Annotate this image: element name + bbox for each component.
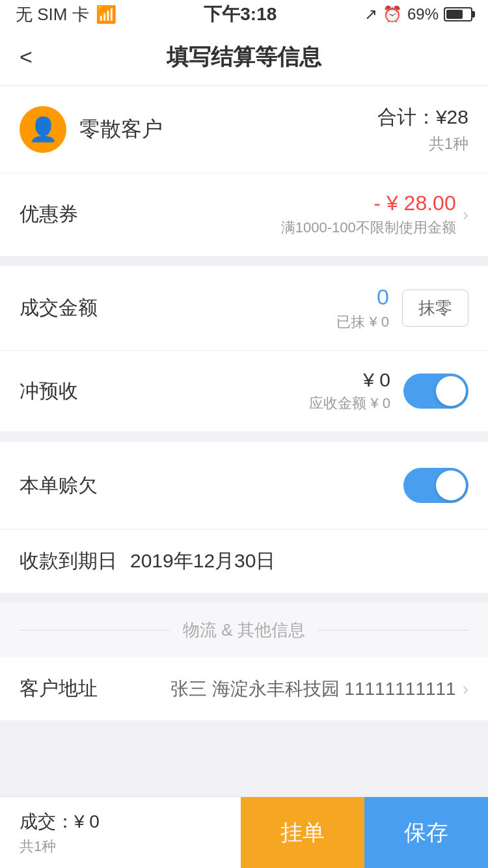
customer-name: 零散客户 <box>79 115 163 144</box>
bottom-deal: 成交：¥ 0 <box>20 809 221 834</box>
customer-section: 👤 零散客户 合计：¥28 共1种 优惠券 - ¥ 28.00 满1000-10… <box>0 86 488 256</box>
location-icon: ↗ <box>364 5 377 23</box>
carrier-label: 无 SIM 卡 <box>16 3 89 26</box>
status-right: ↗ ⏰ 69% <box>364 5 472 23</box>
alarm-icon: ⏰ <box>383 5 402 23</box>
address-section: 客户地址 张三 海淀永丰科技园 11111111111 › <box>0 657 488 720</box>
avatar: 👤 <box>20 106 66 153</box>
deal-section: 成交金额 0 已抹 ¥ 0 抹零 冲预收 ¥ 0 应收金额 ¥ 0 <box>0 266 488 431</box>
logistics-divider: 物流 & 其他信息 <box>0 603 488 657</box>
amount-input-wrapper: 0 已抹 ¥ 0 <box>336 284 389 332</box>
debt-row: 本单赊欠 <box>0 442 488 529</box>
bottom-bar: 成交：¥ 0 共1种 挂单 保存 <box>0 796 488 868</box>
save-button[interactable]: 保存 <box>364 797 488 869</box>
main-content: 👤 零散客户 合计：¥28 共1种 优惠券 - ¥ 28.00 满1000-10… <box>0 86 488 809</box>
nav-bar: < 填写结算等信息 <box>0 29 488 86</box>
round-button[interactable]: 抹零 <box>402 290 468 327</box>
wifi-icon: 📶 <box>96 5 116 25</box>
advance-right-wrapper: ¥ 0 应收金额 ¥ 0 <box>309 369 468 413</box>
bottom-count: 共1种 <box>20 837 221 856</box>
address-row[interactable]: 客户地址 张三 海淀永丰科技园 11111111111 › <box>0 657 488 720</box>
due-date-value[interactable]: 2019年12月30日 <box>130 548 275 575</box>
already-rounded-label: 已抹 ¥ 0 <box>336 312 389 332</box>
coupon-row[interactable]: 优惠券 - ¥ 28.00 满1000-100不限制使用金额 › <box>0 172 488 256</box>
debt-toggle[interactable] <box>403 468 468 503</box>
due-date-label: 收款到期日 <box>20 548 117 575</box>
back-button[interactable]: < <box>20 44 33 70</box>
address-value: 张三 海淀永丰科技园 11111111111 <box>111 677 456 701</box>
divider-line-right <box>318 630 468 631</box>
advance-label: 冲预收 <box>20 378 117 405</box>
deal-amount-right: 0 已抹 ¥ 0 抹零 <box>336 284 468 332</box>
advance-row: 冲预收 ¥ 0 应收金额 ¥ 0 <box>0 351 488 431</box>
toggle-thumb <box>436 376 466 406</box>
hold-button[interactable]: 挂单 <box>241 797 364 869</box>
total-count: 共1种 <box>377 133 468 154</box>
battery-percent: 69% <box>407 5 439 23</box>
debt-toggle-thumb <box>436 470 466 500</box>
status-time: 下午3:18 <box>204 2 277 27</box>
receivable-label: 应收金额 ¥ 0 <box>309 394 390 413</box>
coupon-amount: - ¥ 28.00 <box>281 191 456 215</box>
page-title: 填写结算等信息 <box>167 42 321 72</box>
customer-right: 合计：¥28 共1种 <box>377 104 468 154</box>
avatar-icon: 👤 <box>29 116 58 143</box>
advance-right: ¥ 0 应收金额 ¥ 0 <box>309 369 390 413</box>
debt-section: 本单赊欠 收款到期日 2019年12月30日 <box>0 442 488 593</box>
address-label: 客户地址 <box>20 675 111 702</box>
coupon-content: - ¥ 28.00 满1000-100不限制使用金额 <box>281 191 456 237</box>
deal-amount-value[interactable]: 0 <box>336 284 389 310</box>
debt-label: 本单赊欠 <box>20 472 98 499</box>
bottom-summary: 成交：¥ 0 共1种 <box>0 809 241 856</box>
coupon-description: 满1000-100不限制使用金额 <box>281 218 456 237</box>
battery-indicator <box>444 7 472 21</box>
status-bar: 无 SIM 卡 📶 下午3:18 ↗ ⏰ 69% <box>0 0 488 29</box>
advance-toggle[interactable] <box>403 373 468 409</box>
advance-amount: ¥ 0 <box>309 369 390 391</box>
customer-row: 👤 零散客户 合计：¥28 共1种 <box>0 86 488 172</box>
coupon-right: - ¥ 28.00 满1000-100不限制使用金额 › <box>281 191 468 237</box>
divider-line-left <box>20 630 170 631</box>
deal-amount-label: 成交金额 <box>20 295 117 321</box>
total-amount: 合计：¥28 <box>377 104 468 131</box>
bottom-deal-label: 成交： <box>20 811 74 832</box>
customer-left: 👤 零散客户 <box>20 106 163 153</box>
bottom-deal-amount: ¥ 0 <box>74 811 100 832</box>
battery-fill <box>446 10 463 19</box>
coupon-label: 优惠券 <box>20 201 78 228</box>
due-date-row: 收款到期日 2019年12月30日 <box>0 529 488 593</box>
chevron-right-icon: › <box>463 204 468 225</box>
address-chevron-icon: › <box>463 679 468 699</box>
logistics-label: 物流 & 其他信息 <box>183 619 305 642</box>
status-left: 无 SIM 卡 📶 <box>16 3 116 26</box>
deal-amount-row: 成交金额 0 已抹 ¥ 0 抹零 <box>0 266 488 351</box>
